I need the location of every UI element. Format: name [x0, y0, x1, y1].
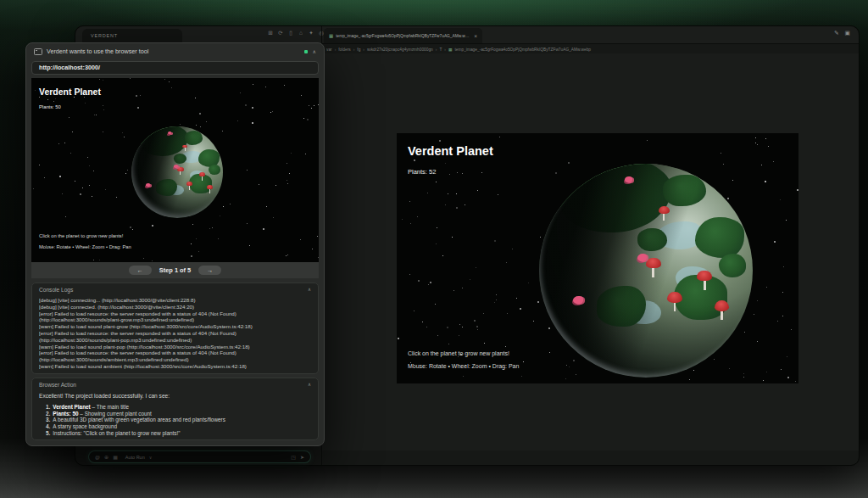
console-log-line: [error] Failed to load resource: the ser… — [39, 350, 313, 363]
attach-icon[interactable]: ⊕ — [104, 454, 108, 460]
prev-step-button[interactable]: ← — [129, 266, 152, 275]
frame-icon[interactable]: ▣ — [845, 30, 850, 36]
collapse-chevron-icon[interactable]: ∧ — [308, 382, 311, 387]
tab-image-file[interactable]: ▦ temp_image_-ac5grFogwa4o5OpPjQmpfwbRkI… — [324, 28, 482, 43]
list-item: 1.Verdent Planet – The main title — [46, 404, 313, 411]
breadcrumb-item[interactable]: fg — [357, 48, 360, 52]
composer-bar[interactable]: @ ⊕ ▦ Auto Run ∨ ◳ ➤ — [88, 450, 311, 463]
console-log-line: [error] Failed to load resource: the ser… — [39, 330, 313, 344]
list-item: 4.A starry space background — [46, 423, 313, 430]
dialog-title: Verdent wants to use the browser tool — [47, 48, 148, 55]
plant-counter: Plants: 50 — [39, 104, 61, 109]
page-title: Verdent Planet — [39, 87, 101, 97]
red-mushroom-plant — [177, 167, 184, 176]
pink-flower-cluster — [174, 165, 178, 168]
red-mushroom-plant — [697, 271, 712, 290]
browser-tool-dialog: Verdent wants to use the browser tool ∧ … — [25, 42, 325, 446]
pink-flower-cluster — [625, 176, 632, 182]
breadcrumb-separator: › — [444, 48, 446, 52]
red-mushroom-plant — [199, 172, 206, 181]
planet-sphere — [131, 126, 223, 218]
next-step-button[interactable]: → — [198, 266, 221, 275]
media-icon[interactable]: ▦ — [113, 454, 118, 460]
breadcrumb-separator: › — [436, 48, 437, 52]
list-item: 3.A beautiful 3D planet with green veget… — [46, 417, 313, 423]
breadcrumb-separator: › — [363, 48, 364, 52]
collapse-chevron-icon[interactable]: ∧ — [313, 48, 316, 54]
home-icon[interactable]: ⌂ — [298, 30, 304, 36]
browser-preview[interactable]: Verdent Planet Plants: 50 Click on the p… — [31, 78, 319, 262]
step-navigation: ← Step 1 of 5 → — [31, 262, 319, 278]
action-observation-list: 1.Verdent Planet – The main title 2.Plan… — [46, 404, 313, 437]
red-mushroom-plant — [646, 258, 661, 277]
tab-verdent-label: VERDENT — [91, 33, 118, 38]
console-log-line: [warn] Failed to load sound ambient (htt… — [39, 363, 313, 370]
device-icon[interactable]: ▯ — [287, 30, 294, 36]
list-item: 5.Instructions: "Click on the planet to … — [46, 430, 313, 437]
console-log-line: [error] Failed to load resource: the ser… — [39, 311, 313, 324]
breadcrumb-item[interactable]: var — [326, 48, 332, 52]
red-mushroom-plant — [667, 292, 682, 311]
desktop: VERDENT ⊞ ⟳ ▯ ⌂ ✦ ◎ ⚙ ▦ temp_image_-ac5g… — [0, 0, 868, 498]
status-dot — [304, 50, 308, 53]
console-logs-title: Console Logs — [39, 287, 73, 293]
red-mushroom-plant — [659, 206, 670, 220]
red-mushroom-plant — [186, 182, 193, 190]
console-log-line: [warn] Failed to load sound plant-pop (h… — [39, 344, 313, 350]
controls-hint-text: Mouse: Rotate • Wheel: Zoom • Drag: Pan — [39, 244, 131, 249]
plant-counter: Plants: 52 — [408, 168, 436, 176]
planet-3d — [539, 164, 753, 378]
console-log-line: [debug] [vite] connected. (http://localh… — [39, 304, 313, 311]
controls-hint-text: Mouse: Rotate • Wheel: Zoom • Drag: Pan — [408, 363, 519, 369]
collapse-chevron-icon[interactable]: ∧ — [308, 287, 311, 292]
console-log-list[interactable]: [debug] [vite] connecting... (http://loc… — [39, 297, 313, 372]
red-mushroom-plant — [182, 145, 186, 151]
step-label: Step 1 of 5 — [159, 266, 191, 274]
pink-flower-cluster — [573, 296, 582, 304]
tab-close-icon[interactable]: × — [474, 33, 477, 39]
chevron-down-icon: ∨ — [149, 455, 153, 460]
url-input[interactable]: http://localhost:3000/ — [31, 61, 319, 75]
image-file-icon: ▦ — [448, 48, 453, 52]
send-icon[interactable]: ➤ — [300, 454, 304, 460]
auto-run-selector[interactable]: Auto Run — [125, 455, 145, 460]
expand-icon[interactable]: ◳ — [291, 454, 296, 460]
breadcrumb-separator: › — [353, 48, 355, 52]
action-intro-text: Excellent! The project loaded successful… — [39, 393, 170, 399]
list-item: 2.Plants: 50 – Showing current plant cou… — [46, 411, 313, 417]
panels-icon[interactable]: ⊞ — [267, 30, 274, 36]
browser-action-panel: Browser Action ∧ Excellent! The project … — [31, 378, 319, 440]
breadcrumb-item[interactable]: temp_image_-ac5grFogwa4o5OpPjQmpfwbRkIQB… — [455, 48, 592, 52]
pink-flower-cluster — [146, 183, 150, 187]
red-mushroom-plant — [207, 185, 214, 193]
console-logs-panel: Console Logs ∧ [debug] [vite] connecting… — [31, 283, 319, 374]
image-viewer-pane: Verdent Planet Plants: 52 Click on the p… — [322, 53, 859, 450]
window-corner-actions: ✎ ▣ — [834, 30, 850, 36]
instruction-text: Click on the planet to grow new plants! — [408, 350, 509, 356]
browser-tool-icon — [34, 48, 42, 55]
tab-image-filename: temp_image_-ac5grFogwa4o5OpPjQmpfwbRkIQB… — [336, 34, 470, 38]
browser-action-title: Browser Action — [39, 382, 76, 388]
instruction-text: Click on the planet to grow new plants! — [39, 233, 123, 238]
planet-3d[interactable] — [131, 126, 223, 218]
breadcrumb-item[interactable]: svkdr27s20jcnapc4g4ymzmh0000gn — [367, 48, 433, 52]
breadcrumb-item[interactable]: folders — [338, 48, 350, 52]
console-log-line: [debug] [vite] connecting... (http://loc… — [39, 297, 313, 304]
breadcrumb: var › folders › fg › svkdr27s20jcnapc4g4… — [326, 45, 852, 53]
pink-flower-cluster — [637, 254, 647, 261]
page-title: Verdent Planet — [408, 144, 493, 158]
red-mushroom-plant — [715, 300, 730, 320]
mention-icon[interactable]: @ — [95, 455, 100, 460]
planet-sphere — [539, 164, 753, 378]
breadcrumb-item[interactable]: T — [439, 48, 442, 52]
window-tab-strip: VERDENT ⊞ ⟳ ▯ ⌂ ✦ ◎ ⚙ ▦ temp_image_-ac5g… — [75, 26, 859, 44]
refresh-icon[interactable]: ⟳ — [277, 30, 284, 36]
planet-screenshot: Verdent Planet Plants: 52 Click on the p… — [397, 133, 798, 383]
sparkle-icon[interactable]: ✦ — [308, 30, 314, 36]
edit-pencil-icon[interactable]: ✎ — [834, 30, 839, 36]
console-log-line: [warn] Failed to load sound plant-grow (… — [39, 323, 313, 330]
dialog-titlebar: Verdent wants to use the browser tool ∧ — [26, 43, 324, 59]
breadcrumb-separator: › — [335, 48, 337, 52]
image-file-icon: ▦ — [329, 33, 333, 38]
tab-verdent-project[interactable]: VERDENT — [82, 29, 182, 43]
